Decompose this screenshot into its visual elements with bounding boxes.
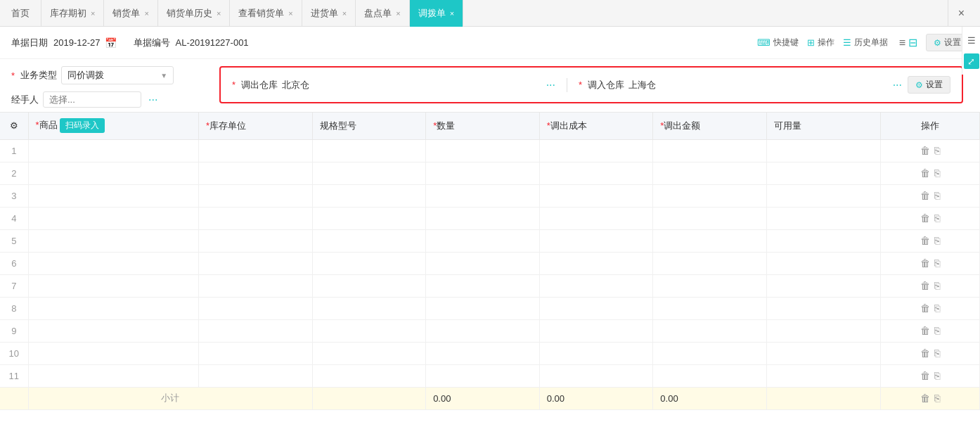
row-product: [28, 364, 198, 387]
delete-icon[interactable]: 🗑: [920, 348, 930, 359]
business-type-select[interactable]: 同价调拨 ▼: [61, 66, 174, 84]
shortcuts-button[interactable]: ⌨ 快捷键: [757, 37, 799, 49]
settings-gear-icon: ⚙: [934, 38, 941, 48]
tab-transfer[interactable]: 调拨单 ×: [410, 0, 463, 27]
sidebar-expand-icon[interactable]: ⤢: [964, 53, 979, 69]
source-warehouse-more[interactable]: ···: [546, 79, 555, 91]
calendar-icon[interactable]: 📅: [105, 37, 117, 49]
warehouse-settings-button[interactable]: ⚙ 设置: [908, 76, 950, 94]
copy-icon[interactable]: ⎘: [934, 212, 940, 224]
tab-sales-history-close[interactable]: ×: [217, 9, 221, 18]
row-qty: [426, 139, 540, 162]
row-number: 2: [0, 162, 28, 184]
tab-view-sales-close[interactable]: ×: [288, 9, 292, 18]
tab-view-sales[interactable]: 查看销货单 ×: [230, 0, 302, 27]
row-action: 🗑 ⎘: [880, 364, 979, 387]
row-spec: [312, 364, 426, 387]
date-field: 单据日期 2019-12-27 📅: [11, 37, 117, 49]
tab-transfer-close[interactable]: ×: [450, 9, 454, 18]
row-spec: [312, 252, 426, 274]
row-unit: [198, 139, 312, 162]
copy-icon[interactable]: ⎘: [934, 370, 940, 381]
tab-inventory-close[interactable]: ×: [396, 9, 400, 18]
copy-icon[interactable]: ⎘: [934, 280, 940, 291]
header-right-actions: ⌨ 快捷键 ⊞ 操作 ☰ 历史单据 ≡ ⊟ ⚙ 设置: [757, 34, 969, 51]
copy-icon[interactable]: ⎘: [934, 348, 940, 359]
subtotal-row: 小计 0.00 0.00 0.00 🗑 ⎘: [0, 387, 980, 409]
th-settings[interactable]: ⚙: [0, 113, 28, 139]
delete-icon[interactable]: 🗑: [920, 167, 930, 179]
row-amount: [653, 319, 767, 342]
delete-icon[interactable]: 🗑: [920, 302, 930, 314]
row-action: 🗑 ⎘: [880, 184, 979, 207]
copy-icon[interactable]: ⎘: [934, 302, 940, 314]
row-amount: [653, 184, 767, 207]
tab-purchase[interactable]: 进货单 ×: [302, 0, 356, 27]
row-qty: [426, 364, 540, 387]
tab-home-label: 首页: [11, 7, 30, 20]
operations-label: 操作: [818, 37, 834, 49]
table-row: 3 🗑 ⎘: [0, 184, 980, 207]
th-settings-icon: ⚙: [10, 120, 18, 131]
delete-icon[interactable]: 🗑: [920, 370, 930, 381]
settings-label: 设置: [944, 37, 961, 49]
row-unit: [198, 297, 312, 319]
layout-grid-icon[interactable]: ⊟: [908, 36, 917, 49]
tab-stock-init-label: 库存期初: [50, 7, 86, 20]
operations-button[interactable]: ⊞ 操作: [807, 37, 834, 49]
table-row: 4 🗑 ⎘: [0, 207, 980, 229]
copy-icon[interactable]: ⎘: [934, 167, 940, 179]
copy-icon[interactable]: ⎘: [934, 325, 940, 336]
tab-inventory[interactable]: 盘点单 ×: [356, 0, 409, 27]
copy-icon[interactable]: ⎘: [934, 190, 940, 201]
tab-home[interactable]: 首页: [6, 0, 41, 27]
delete-icon[interactable]: 🗑: [920, 145, 930, 156]
row-cost: [539, 162, 653, 184]
row-number: 5: [0, 229, 28, 252]
operations-icon: ⊞: [807, 37, 815, 48]
tab-purchase-close[interactable]: ×: [342, 9, 347, 18]
copy-icon[interactable]: ⎘: [934, 235, 940, 246]
tab-sales-order-close[interactable]: ×: [144, 9, 148, 18]
delete-icon[interactable]: 🗑: [920, 190, 930, 201]
table-row: 1 🗑 ⎘: [0, 139, 980, 162]
table-row: 2 🗑 ⎘: [0, 162, 980, 184]
row-number: 7: [0, 274, 28, 297]
target-warehouse-more[interactable]: ···: [893, 79, 902, 91]
tab-sales-order[interactable]: 销货单 ×: [104, 0, 157, 27]
tab-stock-init-close[interactable]: ×: [91, 9, 95, 18]
delete-icon[interactable]: 🗑: [920, 212, 930, 224]
copy-icon[interactable]: ⎘: [934, 145, 940, 156]
table-row: 10 🗑 ⎘: [0, 342, 980, 364]
number-field: 单据编号 AL-20191227-001: [134, 37, 249, 49]
delete-icon[interactable]: 🗑: [920, 257, 930, 269]
scan-button[interactable]: 扫码录入: [60, 118, 105, 133]
transfer-table: ⚙ *商品 扫码录入 *库存单位 规格型号 *数量 *调出成本 *调出金额 可用…: [0, 113, 980, 410]
delete-icon[interactable]: 🗑: [920, 325, 930, 336]
target-warehouse-value: 上海仓: [628, 79, 656, 91]
row-cost: [539, 184, 653, 207]
delete-icon[interactable]: 🗑: [920, 280, 930, 291]
layout-list-icon[interactable]: ≡: [899, 37, 905, 49]
row-product: [28, 162, 198, 184]
th-unit: *库存单位: [198, 113, 312, 139]
delete-icon[interactable]: 🗑: [920, 235, 930, 246]
source-warehouse-label: 调出仓库: [241, 79, 278, 91]
handler-more-icon[interactable]: ···: [148, 94, 157, 106]
row-action: 🗑 ⎘: [880, 252, 979, 274]
subtotal-copy-icon[interactable]: ⎘: [934, 393, 940, 404]
row-number: 9: [0, 319, 28, 342]
tab-sales-history[interactable]: 销货单历史 ×: [158, 0, 230, 27]
warehouse-settings-label: 设置: [926, 79, 943, 91]
copy-icon[interactable]: ⎘: [934, 257, 940, 269]
row-amount: [653, 207, 767, 229]
table-container: ⚙ *商品 扫码录入 *库存单位 规格型号 *数量 *调出成本 *调出金额 可用…: [0, 112, 980, 410]
window-close-button[interactable]: ×: [948, 0, 974, 27]
handler-input[interactable]: [43, 91, 141, 108]
row-amount: [653, 274, 767, 297]
subtotal-delete-icon[interactable]: 🗑: [920, 393, 930, 404]
sidebar-list-icon[interactable]: ☰: [964, 32, 979, 48]
tab-stock-init[interactable]: 库存期初 ×: [41, 0, 104, 27]
history-button[interactable]: ☰ 历史单据: [843, 37, 888, 49]
row-product: [28, 229, 198, 252]
